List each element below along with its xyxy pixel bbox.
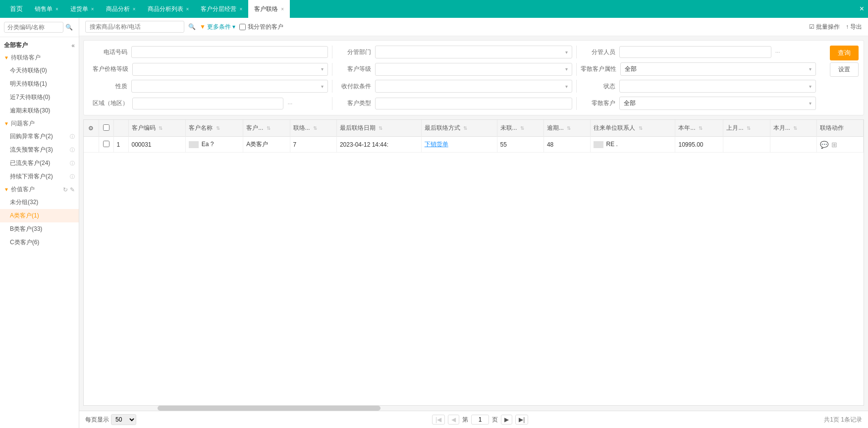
filter-person-more-icon[interactable]: ··· [775,49,780,55]
col-checkbox[interactable] [99,120,113,137]
row-customer-code[interactable]: 000031 [128,137,186,153]
sidebar-collapse-icon[interactable]: « [71,42,75,49]
nav-tab-customer-mgmt-close[interactable]: × [239,6,242,12]
nav-tab-purchase[interactable]: 进货单 × [64,0,100,18]
nav-home[interactable]: 首页 [4,4,29,13]
row-last-contact-method[interactable]: 下销货单 [421,137,497,153]
col-this-month[interactable]: 本月... ⇅ [770,120,816,137]
sidebar-item-7days[interactable]: 近7天待联络(0) [0,91,79,104]
declining-info-icon: ⓘ [70,173,75,180]
col-contact[interactable]: 联络... ⇅ [290,120,336,137]
share-icon[interactable]: ⊞ [831,141,837,149]
scrollbar-thumb[interactable] [158,406,380,411]
filter-select-status[interactable]: ▾ [619,80,816,93]
sidebar-section-pending[interactable]: ▼ 待联络客户 [0,52,79,64]
sidebar-section-value[interactable]: ▼ 价值客户 ↻ ✎ [0,183,79,196]
prev-page-btn[interactable]: ◀ [448,415,459,425]
filter-search-input[interactable] [85,21,184,33]
filter-select-dept[interactable]: ▾ [375,46,572,58]
nav-tab-analysis-list-close[interactable]: × [186,6,189,12]
sidebar-item-today[interactable]: 今天待联络(0) [0,64,79,77]
more-conditions-btn[interactable]: ▼ 更多条件 ▾ [200,23,235,31]
sidebar-item-warning[interactable]: 流失预警客户(3) ⓘ [0,143,79,157]
problem-section-label: 问题客户 [11,119,35,128]
filter-input-region[interactable] [132,98,283,109]
page-size-select[interactable]: 10 20 50 100 [111,414,136,425]
sidebar-item-overdue[interactable]: 逾期未联络(30) [0,104,79,117]
filter-region-more-icon[interactable]: ··· [287,100,292,107]
row-customer-name[interactable]: Ea ? [186,137,243,153]
filter-select-retail-attr[interactable]: 全部 ▾ [620,62,816,76]
col-overdue-sort: ⇅ [567,125,571,131]
filter-select-retail-cust[interactable]: 全部 ▾ [619,97,816,110]
col-this-year[interactable]: 本年... ⇅ [675,120,723,137]
nav-tab-customer-contact[interactable]: 客户联络 × [248,0,290,18]
col-customer-code[interactable]: 客户编码 ⇅ [128,120,186,137]
value-section-edit-icon[interactable]: ✎ [70,186,75,193]
filter-row-1: 电话号码 分管部门 ▾ 分管人员 [89,46,820,58]
row-action[interactable]: 💬 ⊞ [817,137,864,153]
filter-select-cust-level[interactable]: ▾ [375,63,572,76]
col-customer-type[interactable]: 客户... ⇅ [243,120,290,137]
sidebar-search-area: 🔍 [0,18,79,37]
filter-input-phone[interactable] [131,46,328,58]
value-section-arrow: ▼ [4,187,9,192]
col-settings[interactable]: ⚙ [84,120,99,137]
value-section-refresh-icon[interactable]: ↻ [63,186,68,193]
export-btn[interactable]: ↑ 导出 [846,23,862,31]
filter-select-payment[interactable]: ▾ [375,80,572,93]
nav-tab-purchase-close[interactable]: × [91,6,94,12]
col-no-contact[interactable]: 未联... ⇅ [497,120,543,137]
sidebar-item-tomorrow[interactable]: 明天待联络(1) [0,77,79,91]
row-no-contact: 55 [497,137,543,153]
nav-tab-analysis-close[interactable]: × [133,6,136,12]
my-customers-checkbox-area[interactable]: 我分管的客户 [239,23,283,31]
sidebar-item-c-class[interactable]: C类客户(6) [0,236,79,249]
sidebar-item-ungroups[interactable]: 未分组(32) [0,196,79,209]
nav-tab-analysis[interactable]: 商品分析 × [100,0,142,18]
last-page-btn[interactable]: ▶| [515,415,528,425]
window-close-button[interactable]: × [860,4,864,13]
horizontal-scrollbar[interactable] [83,406,864,411]
comment-icon[interactable]: 💬 [820,141,828,149]
sidebar-item-a-class[interactable]: A类客户(1) [0,209,79,222]
sidebar-all-customers-label[interactable]: 全部客户 [4,41,28,50]
row-checkbox[interactable] [103,141,109,147]
col-customer-name[interactable]: 客户名称 ⇅ [186,120,243,137]
sidebar-item-b-class[interactable]: B类客户(33) [0,222,79,236]
nav-tab-customer-mgmt[interactable]: 客户分层经营 × [195,0,248,18]
sidebar-item-declining[interactable]: 持续下滑客户(2) ⓘ [0,170,79,183]
filter-input-person[interactable] [619,46,771,58]
sidebar-search-input[interactable] [4,22,63,33]
col-last-month[interactable]: 上月... ⇅ [723,120,770,137]
sidebar-item-abnormal[interactable]: 回购异常客户(2) ⓘ [0,130,79,143]
col-unit-contact[interactable]: 往来单位联系人 ⇅ [591,120,675,137]
next-page-btn[interactable]: ▶ [501,415,512,425]
sidebar-item-today-label: 今天待联络(0) [10,66,47,75]
col-last-contact-method[interactable]: 最后联络方式 ⇅ [421,120,497,137]
col-overdue[interactable]: 逾期... ⇅ [543,120,590,137]
current-page-input[interactable] [471,415,489,425]
filter-select-retail-attr-value: 全部 [625,65,637,73]
nav-tab-analysis-list[interactable]: 商品分析列表 × [142,0,195,18]
col-unit-sort: ⇅ [639,125,643,131]
my-customers-checkbox[interactable] [239,24,246,30]
settings-button[interactable]: 设置 [830,62,859,77]
batch-op-btn[interactable]: ☑ 批量操作 [809,23,840,31]
filter-select-nature[interactable]: ▾ [131,80,328,93]
sidebar-item-lost[interactable]: 已流失客户(24) ⓘ [0,157,79,170]
contact-method-link[interactable]: 下销货单 [425,141,448,148]
nav-tab-sales[interactable]: 销售单 × [29,0,64,18]
filter-input-cust-type[interactable] [375,98,572,109]
nav-tab-sales-close[interactable]: × [55,6,58,12]
query-button[interactable]: 查询 [830,46,859,60]
first-page-btn[interactable]: |◀ [432,415,445,425]
filter-search-icon[interactable]: 🔍 [188,23,196,30]
select-all-checkbox[interactable] [103,124,109,131]
row-checkbox-cell[interactable] [99,137,113,153]
sidebar-section-problem[interactable]: ▼ 问题客户 [0,117,79,130]
nav-tab-customer-contact-close[interactable]: × [281,6,284,12]
filter-select-price-level[interactable]: ▾ [132,63,328,76]
col-last-contact-date[interactable]: 最后联络日期 ⇅ [336,120,421,137]
sidebar-search-icon[interactable]: 🔍 [65,24,73,31]
